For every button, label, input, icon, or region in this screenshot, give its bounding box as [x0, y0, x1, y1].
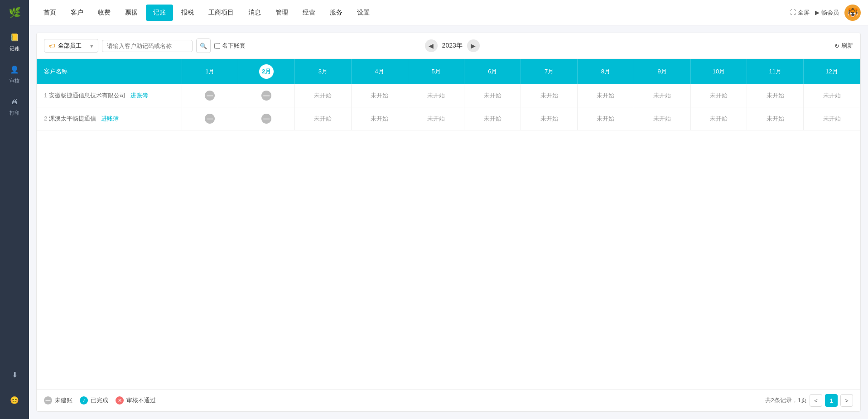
- not-started-2-12: 未开始: [823, 115, 841, 122]
- topnav: 首页 客户 收费 票据 记账 报税 工商项目 消息 管理 经营 服务 设置 ⛶ …: [29, 0, 868, 25]
- support-icon: 😊: [7, 394, 22, 406]
- next-year-icon: ▶: [471, 42, 476, 49]
- cell-2-m2: —: [238, 107, 295, 130]
- not-started-2-10: 未开始: [710, 115, 728, 122]
- col-header-m10: 10月: [690, 59, 747, 84]
- enter-ledger-link-2[interactable]: 进账簿: [101, 115, 119, 122]
- cell-1-m5: 未开始: [408, 84, 464, 107]
- cell-1-m4: 未开始: [351, 84, 408, 107]
- nav-operation[interactable]: 经营: [295, 0, 323, 25]
- sidebar-item-download[interactable]: ⬇: [0, 363, 29, 386]
- not-started-2-3: 未开始: [314, 115, 332, 122]
- sidebar-item-print[interactable]: 🖨 打印: [0, 90, 29, 122]
- nav-message[interactable]: 消息: [241, 0, 268, 25]
- table-wrap: 客户名称 1月 2月 3月 4月 5月 6月 7月 8月 9月 10月 11月: [37, 59, 860, 389]
- search-input[interactable]: [102, 40, 193, 52]
- sidebar-item-bookkeeping[interactable]: 📒 记账: [0, 25, 29, 58]
- nav-tax[interactable]: 报税: [174, 0, 201, 25]
- status-dash-1-1: —: [205, 91, 215, 101]
- page-number-1[interactable]: 1: [825, 394, 838, 407]
- nav-service[interactable]: 服务: [323, 0, 350, 25]
- not-started-1-4: 未开始: [371, 92, 388, 99]
- col-header-m7: 7月: [521, 59, 578, 84]
- next-page-button[interactable]: >: [840, 394, 853, 407]
- my-accounts-checkbox[interactable]: [214, 43, 220, 49]
- not-started-2-5: 未开始: [427, 115, 445, 122]
- legend-completed: ✓ 已完成: [80, 396, 108, 405]
- prev-page-icon: <: [814, 397, 818, 404]
- prev-page-button[interactable]: <: [810, 394, 822, 407]
- not-started-1-6: 未开始: [484, 92, 502, 99]
- legend-dot-grey: —: [44, 396, 52, 405]
- status-dash-1-2: —: [261, 91, 271, 101]
- sidebar-item-audit[interactable]: 👤 审核: [0, 58, 29, 90]
- status-dash-2-1: —: [205, 114, 215, 124]
- nav-home[interactable]: 首页: [36, 0, 63, 25]
- nav-fee[interactable]: 收费: [91, 0, 118, 25]
- sidebar: 🌿 📒 记账 👤 审核 🖨 打印 ⬇ 😊: [0, 0, 29, 419]
- search-button[interactable]: 🔍: [196, 39, 211, 53]
- col-header-m5: 5月: [408, 59, 464, 84]
- avatar[interactable]: 🐯: [844, 5, 861, 21]
- sidebar-bottom: ⬇ 😊: [0, 363, 29, 419]
- not-started-1-9: 未开始: [653, 92, 671, 99]
- not-started-2-11: 未开始: [767, 115, 784, 122]
- nav-settings[interactable]: 设置: [350, 0, 377, 25]
- legend-label-not-created: 未建账: [55, 396, 72, 405]
- legend-dot-teal: ✓: [80, 396, 88, 405]
- not-started-1-7: 未开始: [540, 92, 558, 99]
- not-started-2-4: 未开始: [371, 115, 388, 122]
- col-header-m2: 2月: [238, 59, 295, 84]
- nav-manage[interactable]: 管理: [268, 0, 295, 25]
- cell-2-m12: 未开始: [804, 107, 860, 130]
- not-started-2-7: 未开始: [540, 115, 558, 122]
- employee-select-label: 全部员工: [58, 42, 82, 50]
- checkbox-my-accounts[interactable]: 名下账套: [214, 42, 246, 50]
- col-header-m4: 4月: [351, 59, 408, 84]
- employee-select-icon: 🏷: [49, 42, 55, 49]
- cell-1-m11: 未开始: [747, 84, 804, 107]
- sidebar-item-support[interactable]: 😊: [0, 388, 29, 412]
- bookkeeping-icon: 📒: [7, 31, 22, 43]
- fullscreen-btn[interactable]: ⛶ 全屏: [790, 9, 810, 17]
- cell-1-m6: 未开始: [464, 84, 521, 107]
- enter-ledger-link-1[interactable]: 进账簿: [130, 92, 148, 99]
- prev-year-button[interactable]: ◀: [425, 39, 438, 52]
- legend-not-created: — 未建账: [44, 396, 72, 405]
- refresh-button[interactable]: ↻ 刷新: [834, 42, 853, 50]
- content-inner: 🏷 全部员工 ▾ 🔍 名下账套 ◀ 2023年: [36, 33, 861, 412]
- legend-label-rejected: 审核不通过: [126, 396, 156, 405]
- not-started-1-5: 未开始: [427, 92, 445, 99]
- employee-select[interactable]: 🏷 全部员工 ▾: [44, 39, 98, 53]
- col-header-name: 客户名称: [37, 59, 182, 84]
- toolbar: 🏷 全部员工 ▾ 🔍 名下账套 ◀ 2023年: [37, 33, 860, 59]
- cell-1-m1: —: [182, 84, 238, 107]
- not-started-1-8: 未开始: [597, 92, 614, 99]
- client-num-2: 2: [44, 115, 47, 122]
- sidebar-item-label-print: 打印: [10, 110, 19, 116]
- nav-business[interactable]: 工商项目: [201, 0, 241, 25]
- cell-2-m7: 未开始: [521, 107, 578, 130]
- client-num-1: 1: [44, 92, 47, 99]
- next-year-button[interactable]: ▶: [467, 39, 480, 52]
- main-area: 首页 客户 收费 票据 记账 报税 工商项目 消息 管理 经营 服务 设置 ⛶ …: [29, 0, 868, 419]
- not-started-1-10: 未开始: [710, 92, 728, 99]
- footer: — 未建账 ✓ 已完成 ✕ 审核不通过 共2条记录，1页 < 1: [37, 389, 860, 411]
- member-btn[interactable]: ▶ 畅会员: [815, 9, 839, 17]
- sidebar-item-label-bookkeeping: 记账: [10, 45, 19, 52]
- nav-bookkeeping[interactable]: 记账: [146, 5, 173, 21]
- pagination: 共2条记录，1页 < 1 >: [765, 394, 853, 407]
- prev-year-icon: ◀: [429, 42, 434, 49]
- content: 🏷 全部员工 ▾ 🔍 名下账套 ◀ 2023年: [29, 25, 868, 419]
- legend-rejected: ✕ 审核不通过: [116, 396, 156, 405]
- nav-invoice[interactable]: 票据: [118, 0, 145, 25]
- legend-label-completed: 已完成: [91, 396, 108, 405]
- cell-2-m1: —: [182, 107, 238, 130]
- cell-1-m8: 未开始: [577, 84, 634, 107]
- nav-client[interactable]: 客户: [63, 0, 91, 25]
- table-row: 2 漯澳太平畅捷通信 进账簿 — — 未开始 未开始 未开始 未开始 未开始 未: [37, 107, 860, 130]
- col-header-m1: 1月: [182, 59, 238, 84]
- col-header-m8: 8月: [577, 59, 634, 84]
- not-started-1-11: 未开始: [767, 92, 784, 99]
- cell-1-m12: 未开始: [804, 84, 860, 107]
